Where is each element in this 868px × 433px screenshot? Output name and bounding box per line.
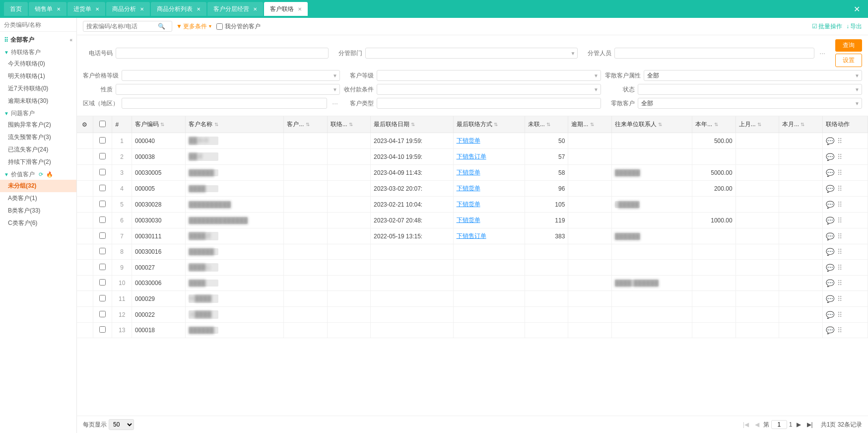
sidebar-item-overdue[interactable]: 逾期未联络(30) [0,95,76,107]
th-type[interactable]: 客户... ⇅ [284,116,327,133]
tab-goods-list[interactable]: 商品分析列表 ✕ [151,2,206,16]
td-last-contact-method[interactable] [453,323,525,338]
select-all-checkbox[interactable] [99,121,106,127]
chat-icon[interactable]: 💬 [826,279,834,287]
sidebar-item-churn-warning[interactable]: 流失预警客户(3) [0,131,76,144]
window-close-button[interactable]: ✕ [850,4,864,14]
grid-action-icon[interactable]: ⠿ [837,311,842,319]
th-not-contacted[interactable]: 未联... ⇅ [525,116,568,133]
th-company-contact[interactable]: 往来单位联系人 ⇅ [611,116,692,133]
td-last-contact-method[interactable]: 下销货单 [453,165,525,181]
table-container[interactable]: ⚙ # 客户编码 ⇅ 客户名称 ⇅ 客户... ⇅ 联络... ⇅ 最后联络日期… [77,116,868,416]
row-checkbox[interactable] [99,153,106,159]
chat-icon[interactable]: 💬 [826,248,834,256]
chat-icon[interactable]: 💬 [826,201,834,209]
customer-grade-select[interactable] [377,70,601,81]
tab-home[interactable]: 首页 [4,2,28,16]
last-page-btn[interactable]: ▶| [805,420,815,429]
th-code[interactable]: 客户编码 ⇅ [132,116,185,133]
chat-icon[interactable]: 💬 [826,295,834,303]
all-customers-header[interactable]: ⠿ 全部客户 « [0,32,76,46]
tab-customer-segment[interactable]: 客户分层经营 ✕ [207,2,263,16]
tab-customer-contact[interactable]: 客户联络 ✕ [264,2,308,16]
grid-action-icon[interactable]: ⠿ [837,137,842,145]
grid-action-icon[interactable]: ⠿ [837,201,842,209]
first-page-btn[interactable]: |◀ [741,420,751,429]
nature-select[interactable] [116,84,340,95]
page-number-input[interactable] [771,420,787,429]
row-checkbox[interactable] [99,169,106,175]
region-dots-btn[interactable]: ··· [330,99,340,107]
td-last-contact-method[interactable]: 下销售订单 [453,149,525,165]
grid-action-icon[interactable]: ⠿ [837,326,842,334]
sidebar-item-ungrouped[interactable]: 未分组(32) [0,180,76,192]
row-checkbox[interactable] [99,216,106,223]
my-customers-checkbox[interactable] [216,23,223,30]
sidebar-item-abnormal[interactable]: 囤购异常客户(2) [0,119,76,131]
row-checkbox[interactable] [99,201,106,207]
chat-icon[interactable]: 💬 [826,137,834,145]
sparse-customer-select[interactable]: 全部 [638,98,862,109]
next-page-btn[interactable]: ▶ [795,420,803,429]
row-checkbox[interactable] [99,279,106,286]
tab-customer-contact-close[interactable]: ✕ [298,6,302,12]
th-overdue[interactable]: 逾期... ⇅ [568,116,611,133]
td-last-contact-method[interactable] [453,291,525,307]
row-checkbox[interactable] [99,137,106,144]
td-last-contact-method[interactable] [453,307,525,323]
sidebar-item-today-pending[interactable]: 今天待联络(0) [0,58,76,70]
chat-icon[interactable]: 💬 [826,311,834,319]
chat-icon[interactable]: 💬 [826,264,834,272]
manager-dots-btn[interactable]: ··· [817,49,827,57]
more-conditions-btn[interactable]: ▼ 更多条件 ▼ [176,22,212,31]
sidebar-item-b-class[interactable]: B类客户(33) [0,205,76,217]
tab-sales-close[interactable]: ✕ [57,6,61,12]
td-last-contact-method[interactable] [453,244,525,260]
td-last-contact-method[interactable]: 下销售订单 [453,228,525,244]
chat-icon[interactable]: 💬 [826,326,834,334]
grid-action-icon[interactable]: ⠿ [837,264,842,272]
sidebar-item-7days-pending[interactable]: 近7天待联络(0) [0,82,76,95]
payment-select[interactable] [377,84,601,95]
region-input[interactable] [122,98,327,109]
price-grade-select[interactable] [122,70,340,81]
grid-action-icon[interactable]: ⠿ [837,153,842,161]
customer-type-input[interactable] [377,98,601,109]
td-last-contact-method[interactable]: 下销货单 [453,197,525,213]
td-last-contact-method[interactable]: 下销货单 [453,133,525,149]
sidebar-search-input[interactable] [4,21,77,28]
th-gear[interactable]: ⚙ [77,116,93,133]
tab-goods-analysis[interactable]: 商品分析 ✕ [106,2,150,16]
export-btn[interactable]: ↓ 导出 [846,22,862,31]
sparse-attr-select[interactable]: 全部 [644,70,862,81]
td-last-contact-method[interactable] [453,260,525,276]
grid-action-icon[interactable]: ⠿ [837,169,842,177]
query-button[interactable]: 查询 [835,39,862,52]
tab-purchase-close[interactable]: ✕ [95,6,99,12]
status-select[interactable] [638,84,862,95]
prev-page-btn[interactable]: ◀ [753,420,761,429]
chat-icon[interactable]: 💬 [826,185,834,193]
my-customers-filter[interactable]: 我分管的客户 [216,22,261,31]
th-this-month[interactable]: 本月... ⇅ [779,116,822,133]
settings-button[interactable]: 设置 [835,54,862,67]
row-checkbox[interactable] [99,295,106,301]
th-last-month[interactable]: 上月... ⇅ [735,116,779,133]
grid-action-icon[interactable]: ⠿ [837,248,842,256]
phone-input[interactable] [116,48,329,59]
td-last-contact-method[interactable]: 下销货单 [453,181,525,197]
sidebar-item-c-class[interactable]: C类客户(6) [0,217,76,229]
th-name[interactable]: 客户名称 ⇅ [186,116,284,133]
refresh-icon[interactable]: ⟳ [39,171,43,178]
chat-icon[interactable]: 💬 [826,169,834,177]
row-checkbox[interactable] [99,264,106,270]
chat-icon[interactable]: 💬 [826,232,834,240]
grid-action-icon[interactable]: ⠿ [837,232,842,240]
sidebar-collapse-icon[interactable]: « [69,37,72,43]
tab-purchase[interactable]: 进货单 ✕ [67,2,105,16]
th-last-contact-method[interactable]: 最后联络方式 ⇅ [453,116,525,133]
tab-goods-analysis-close[interactable]: ✕ [140,6,144,12]
chat-icon[interactable]: 💬 [826,153,834,161]
row-checkbox[interactable] [99,311,106,317]
td-last-contact-method[interactable]: 下销货单 [453,213,525,228]
